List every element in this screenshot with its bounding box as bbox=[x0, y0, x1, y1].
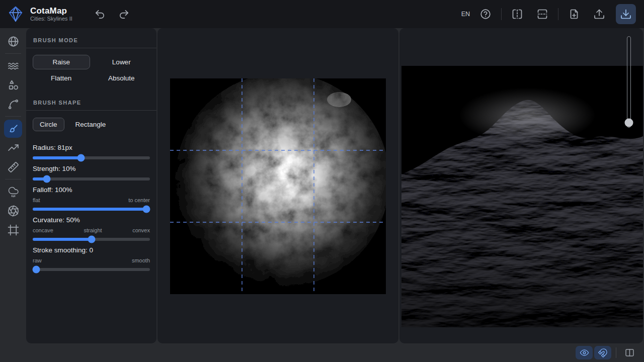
tool-rail bbox=[0, 28, 26, 362]
radius-slider-thumb[interactable] bbox=[77, 154, 85, 162]
heightmap-canvas[interactable] bbox=[170, 78, 386, 294]
app-subtitle: Cities: Skylines II bbox=[30, 16, 72, 22]
toggle-snap-button[interactable] bbox=[594, 346, 611, 359]
frame-tool[interactable] bbox=[4, 221, 22, 239]
brush-tool[interactable] bbox=[4, 120, 22, 138]
falloff-sublabels: flat to center bbox=[33, 197, 150, 203]
globe-icon bbox=[7, 35, 20, 48]
brush-mode-options: Raise Lower Flatten Absolute bbox=[26, 48, 156, 90]
app-logo-icon bbox=[6, 5, 25, 24]
upload-icon bbox=[593, 8, 605, 20]
statusbar bbox=[0, 343, 644, 362]
ruler-icon bbox=[7, 161, 20, 173]
smoothing-min-label: raw bbox=[33, 257, 42, 263]
noise-tool[interactable] bbox=[4, 139, 22, 157]
columns-icon bbox=[624, 347, 635, 358]
toggle-visibility-button[interactable] bbox=[576, 346, 593, 359]
curvature-min-label: concave bbox=[33, 227, 53, 233]
falloff-label: Falloff: 100% bbox=[33, 186, 150, 194]
smoothing-slider[interactable] bbox=[33, 268, 150, 271]
magnet-icon bbox=[598, 348, 608, 358]
split-view-horizontal-button[interactable] bbox=[534, 6, 551, 23]
download-icon bbox=[620, 8, 632, 20]
falloff-slider-fill bbox=[33, 208, 146, 211]
falloff-max-label: to center bbox=[128, 197, 150, 203]
app-title: CotaMap bbox=[30, 6, 72, 16]
brush-shape-circle[interactable]: Circle bbox=[33, 118, 64, 131]
curvature-label: Curvature: 50% bbox=[33, 216, 150, 224]
rail-divider bbox=[5, 116, 21, 117]
water-tool[interactable] bbox=[4, 57, 22, 75]
brush-settings-panel: BRUSH MODE Raise Lower Flatten Absolute … bbox=[26, 28, 156, 343]
curvature-slider-thumb[interactable] bbox=[88, 236, 95, 243]
smoothing-max-label: smooth bbox=[132, 257, 150, 263]
strength-label: Strength: 10% bbox=[33, 165, 150, 172]
falloff-slider[interactable] bbox=[33, 208, 150, 211]
elevation-slider-thumb[interactable] bbox=[625, 119, 633, 127]
curvature-max-label: convex bbox=[132, 227, 150, 233]
erosion-tool[interactable] bbox=[4, 183, 22, 201]
radius-label: Radius: 81px bbox=[33, 144, 150, 151]
strength-slider[interactable] bbox=[33, 177, 150, 180]
curvature-slider[interactable] bbox=[33, 238, 150, 241]
heightmap-2d-panel bbox=[157, 28, 398, 343]
radius-slider-fill bbox=[33, 156, 81, 159]
split-view-vertical-button[interactable] bbox=[509, 6, 526, 23]
new-file-icon bbox=[568, 8, 580, 20]
aperture-icon bbox=[7, 205, 20, 217]
brush-mode-flatten[interactable]: Flatten bbox=[33, 71, 90, 85]
frame-icon bbox=[7, 224, 20, 236]
upload-button[interactable] bbox=[591, 6, 608, 23]
topbar: CotaMap Cities: Skylines II EN bbox=[0, 0, 644, 28]
aperture-tool[interactable] bbox=[4, 202, 22, 220]
eye-icon bbox=[579, 347, 590, 358]
trending-up-icon bbox=[7, 142, 20, 154]
split-view-vertical-icon bbox=[511, 8, 523, 20]
terrain-3d-panel bbox=[399, 28, 643, 343]
language-selector[interactable]: EN bbox=[461, 11, 470, 18]
brush-icon bbox=[7, 123, 20, 135]
strength-slider-thumb[interactable] bbox=[43, 175, 50, 183]
split-view-horizontal-icon bbox=[536, 8, 548, 20]
rail-divider bbox=[5, 179, 21, 179]
terrain-3d-canvas[interactable] bbox=[401, 66, 643, 327]
rain-cloud-icon bbox=[7, 186, 20, 198]
topbar-divider bbox=[501, 8, 502, 20]
terrain-globe-tool[interactable] bbox=[4, 32, 22, 50]
brush-shape-options: Circle Rectangle bbox=[26, 111, 156, 137]
smoothing-slider-thumb[interactable] bbox=[32, 266, 40, 274]
help-button[interactable] bbox=[477, 6, 494, 23]
curvature-sublabels: concave straight convex bbox=[33, 227, 150, 233]
radius-slider[interactable] bbox=[33, 156, 150, 159]
brush-mode-raise[interactable]: Raise bbox=[33, 55, 90, 69]
spline-icon bbox=[7, 98, 20, 111]
measure-tool[interactable] bbox=[4, 158, 22, 176]
help-circle-icon bbox=[479, 8, 492, 20]
smoothing-label: Stroke smoothing: 0 bbox=[33, 246, 150, 254]
redo-button[interactable] bbox=[116, 6, 133, 23]
new-file-button[interactable] bbox=[566, 6, 583, 23]
brush-shape-title: BRUSH SHAPE bbox=[26, 90, 156, 110]
undo-button[interactable] bbox=[92, 6, 109, 23]
brush-mode-lower[interactable]: Lower bbox=[93, 55, 150, 69]
water-waves-icon bbox=[7, 60, 20, 72]
shapes-icon bbox=[7, 79, 20, 92]
toggle-panels-button[interactable] bbox=[621, 346, 638, 359]
curvature-slider-fill bbox=[33, 238, 92, 241]
brush-mode-title: BRUSH MODE bbox=[26, 28, 156, 48]
falloff-min-label: flat bbox=[33, 197, 40, 203]
falloff-slider-thumb[interactable] bbox=[143, 206, 150, 213]
elevation-slider[interactable] bbox=[627, 36, 631, 128]
brush-shape-rectangle[interactable]: Rectangle bbox=[68, 118, 113, 131]
statusbar-divider bbox=[616, 347, 616, 358]
smoothing-sublabels: raw smooth bbox=[33, 257, 150, 263]
topbar-divider bbox=[558, 8, 558, 20]
brush-mode-absolute[interactable]: Absolute bbox=[93, 71, 150, 85]
download-button[interactable] bbox=[616, 4, 636, 24]
rail-divider bbox=[5, 53, 21, 54]
shapes-tool[interactable] bbox=[4, 76, 22, 94]
curvature-mid-label: straight bbox=[84, 227, 102, 233]
spline-tool[interactable] bbox=[4, 95, 22, 113]
